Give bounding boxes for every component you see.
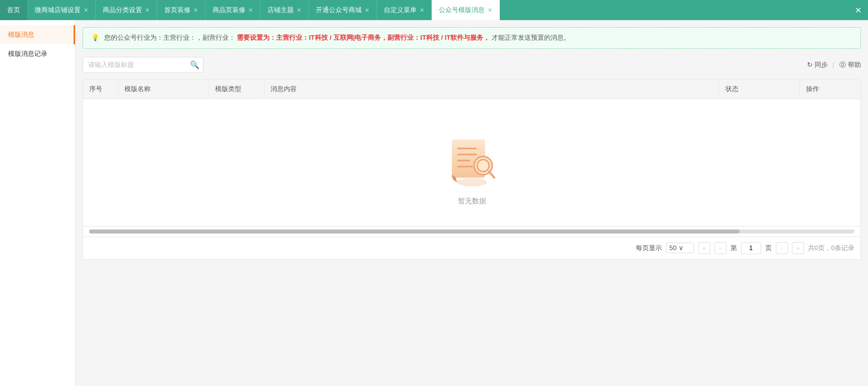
help-button[interactable]: ⓪ 帮助 [839, 60, 861, 69]
main-content: 💡 您的公众号行业为：主营行业：，副营行业： 需要设置为：主营行业：IT科技 /… [76, 20, 868, 386]
next-page-button[interactable]: › [776, 242, 788, 254]
first-page-icon: « [702, 245, 705, 251]
empty-icon [442, 129, 502, 190]
page-number-input[interactable] [741, 242, 761, 254]
tab-template-msg-label: 公众号模版消息 [439, 6, 485, 15]
global-close-button[interactable]: ✕ [848, 0, 868, 20]
sidebar-item-template-record[interactable]: 模版消息记录 [0, 44, 75, 63]
notice-box: 💡 您的公众号行业为：主营行业：，副营行业： 需要设置为：主营行业：IT科技 /… [83, 27, 861, 49]
notice-suffix: 才能正常发送预置的消息。 [492, 34, 570, 41]
tab-home[interactable]: 首页 [0, 0, 28, 20]
help-icon: ⓪ [839, 60, 846, 69]
tab-theme-label: 店铺主题 [268, 6, 294, 15]
last-page-icon: » [796, 245, 799, 251]
data-table: 序号 模版名称 模版类型 消息内容 状态 操作 [83, 79, 861, 260]
sidebar: 模版消息 模版消息记录 [0, 20, 76, 386]
top-navigation: 首页 微商城店铺设置 ✕ 商品分类设置 ✕ 首页装修 ✕ 商品页装修 ✕ 店铺主… [0, 0, 868, 20]
notice-prefix: 您的公众号行业为：主营行业：，副营行业： [104, 34, 235, 41]
tab-category[interactable]: 商品分类设置 ✕ [96, 0, 157, 20]
search-bar: 🔍 ↻ 同步 | ⓪ 帮助 [83, 57, 861, 73]
th-type: 模版类型 [209, 80, 264, 99]
main-layout: 模版消息 模版消息记录 💡 您的公众号行业为：主营行业：，副营行业： 需要设置为… [0, 20, 868, 386]
sidebar-item-label: 模版消息 [8, 31, 34, 38]
close-icon[interactable]: ✕ [297, 7, 301, 14]
next-page-icon: › [781, 245, 783, 251]
scrollbar-thumb[interactable] [89, 229, 740, 234]
total-info: 共0页，0条记录 [808, 244, 854, 253]
close-icon[interactable]: ✕ [420, 7, 424, 14]
page-size-select[interactable]: 50 ∨ [666, 243, 694, 253]
empty-state: 暂无数据 [83, 99, 860, 226]
page-size-label: 每页显示 [636, 244, 662, 253]
chevron-down-icon: ∨ [679, 244, 684, 252]
help-label: 帮助 [848, 60, 861, 69]
tab-open-mall[interactable]: 开通公众号商城 ✕ [309, 0, 377, 20]
tab-custom-menu-label: 自定义菜单 [384, 6, 417, 15]
action-divider: | [833, 61, 834, 68]
close-icon[interactable]: ✕ [488, 7, 492, 14]
notice-icon: 💡 [91, 34, 99, 41]
page-size-value: 50 [670, 244, 677, 252]
sync-button[interactable]: ↻ 同步 [807, 60, 828, 69]
th-name: 模版名称 [118, 80, 209, 99]
close-icon[interactable]: ✕ [248, 7, 253, 14]
table-header: 序号 模版名称 模版类型 消息内容 状态 操作 [83, 80, 860, 99]
prev-page-icon: ‹ [719, 245, 721, 251]
th-action: 操作 [800, 80, 860, 99]
search-input[interactable] [83, 57, 204, 73]
sidebar-item-template-msg[interactable]: 模版消息 [0, 25, 75, 44]
tab-theme[interactable]: 店铺主题 ✕ [260, 0, 309, 20]
tab-home-label: 首页 [7, 6, 20, 15]
search-input-wrap: 🔍 [83, 57, 204, 73]
th-index: 序号 [83, 80, 118, 99]
page-di-label: 第 [730, 244, 737, 253]
tab-home-decor[interactable]: 首页装修 ✕ [157, 0, 206, 20]
tab-custom-menu[interactable]: 自定义菜单 ✕ [377, 0, 432, 20]
tab-template-msg[interactable]: 公众号模版消息 ✕ [432, 0, 500, 20]
close-icon[interactable]: ✕ [84, 7, 88, 14]
svg-point-0 [457, 178, 487, 186]
svg-line-7 [489, 172, 494, 178]
th-status: 状态 [719, 80, 800, 99]
tab-open-mall-label: 开通公众号商城 [316, 6, 362, 15]
tab-shop-setting-label: 微商城店铺设置 [35, 6, 81, 15]
tab-home-decor-label: 首页装修 [164, 6, 190, 15]
first-page-button[interactable]: « [698, 242, 710, 254]
prev-page-button[interactable]: ‹ [714, 242, 726, 254]
pagination: 每页显示 50 ∨ « ‹ 第 页 › » [83, 237, 860, 259]
sync-label: 同步 [815, 60, 828, 69]
horizontal-scrollbar[interactable] [83, 226, 860, 237]
right-actions: ↻ 同步 | ⓪ 帮助 [807, 60, 861, 69]
close-icon[interactable]: ✕ [193, 7, 198, 14]
last-page-button[interactable]: » [792, 242, 804, 254]
empty-text: 暂无数据 [458, 197, 486, 206]
close-icon[interactable]: ✕ [365, 7, 369, 14]
page-unit-label: 页 [765, 244, 772, 253]
tab-shop-setting[interactable]: 微商城店铺设置 ✕ [28, 0, 96, 20]
tab-product-decor-label: 商品页装修 [213, 6, 245, 15]
tab-category-label: 商品分类设置 [103, 6, 142, 15]
scrollbar-track[interactable] [89, 229, 854, 234]
notice-highlight: 需要设置为：主营行业：IT科技 / 互联网|电子商务，副营行业：IT科技 / I… [237, 34, 490, 41]
th-content: 消息内容 [264, 80, 719, 99]
sync-icon: ↻ [807, 61, 813, 68]
tab-product-decor[interactable]: 商品页装修 ✕ [206, 0, 260, 20]
sidebar-item-label: 模版消息记录 [8, 50, 47, 57]
close-icon[interactable]: ✕ [145, 7, 150, 14]
search-button[interactable]: 🔍 [190, 60, 199, 69]
